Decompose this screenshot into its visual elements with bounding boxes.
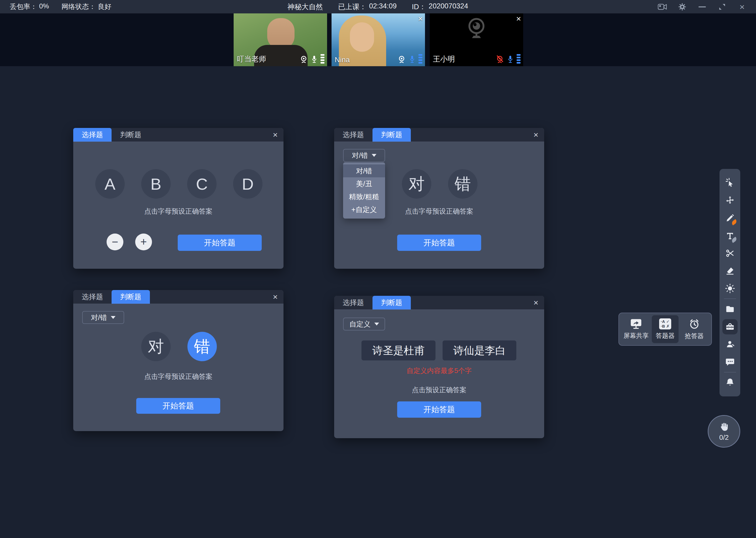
resize-button[interactable] [718, 2, 727, 11]
option-false-selected[interactable]: 错 [187, 332, 217, 361]
minimize-button[interactable] [698, 2, 707, 11]
eraser-icon [725, 266, 735, 276]
chevron-down-icon [111, 316, 116, 319]
settings-button[interactable] [678, 2, 687, 11]
option-c[interactable]: C [187, 169, 216, 198]
alarm-clock-icon [688, 318, 700, 330]
close-panel-button[interactable]: × [273, 128, 278, 141]
option-b[interactable]: B [141, 169, 170, 198]
menu-item-true-false[interactable]: 对/错 [343, 164, 385, 177]
pointer-click-icon [725, 178, 735, 188]
option-true[interactable]: 对 [141, 332, 170, 361]
start-answering-button[interactable]: 开始答题 [178, 235, 262, 251]
start-answering-button[interactable]: 开始答题 [397, 402, 481, 418]
preset-answer-hint: 点击字母预设正确答案 [73, 372, 283, 381]
hand-icon [718, 421, 730, 433]
participant-name: 叮当老师 [237, 54, 266, 64]
answer-type-dropdown[interactable]: 自定义 [343, 318, 385, 331]
custom-length-warning: 自定义内容最多5个字 [334, 366, 544, 375]
custom-option-1[interactable]: 诗圣是杜甫 [361, 341, 436, 360]
network-status-value: 良好 [98, 2, 112, 11]
hand-raise-button[interactable]: 0/2 [708, 415, 740, 448]
record-camera-button[interactable] [658, 2, 667, 11]
chevron-down-icon [374, 323, 379, 325]
packet-loss-value: 0% [39, 2, 49, 11]
increase-options-button[interactable]: + [135, 234, 152, 250]
dock-item-label: 答题器 [656, 332, 675, 340]
tabbar: 选择题 判断题 × [334, 128, 544, 142]
close-panel-button[interactable]: × [533, 128, 539, 141]
chat-button[interactable] [722, 354, 737, 370]
menu-item-custom[interactable]: +自定义 [343, 203, 385, 216]
move-icon [725, 196, 735, 205]
toolbox-button[interactable] [722, 319, 737, 334]
buzzer-button[interactable]: 抢答器 [681, 315, 708, 343]
video-strip: 叮当老师 × Nina [0, 13, 756, 66]
tab-judge-question[interactable]: 判断题 [372, 128, 411, 141]
session-id-value: 2020070324 [429, 2, 468, 12]
video-thumb-nina[interactable]: × Nina [332, 13, 425, 66]
answer-type-dropdown[interactable]: 对/错 [343, 149, 385, 162]
option-d[interactable]: D [233, 169, 262, 198]
toolbar-divider [724, 298, 736, 299]
scissors-tool-button[interactable] [722, 245, 737, 261]
menu-item-beauty-ugly[interactable]: 美/丑 [343, 177, 385, 190]
pointer-tool-button[interactable] [722, 175, 737, 190]
answer-clicker-button[interactable]: ·A✓ ·B✗ 答题器 [652, 315, 679, 343]
toolbar-divider [724, 372, 736, 372]
quiz-panel-judge-selected: 选择题 判断题 × 对/错 对 错 点击字母预设正确答案 开始答题 [73, 290, 283, 431]
webcam-on-icon [398, 55, 405, 64]
start-answering-button[interactable]: 开始答题 [397, 235, 481, 251]
option-a[interactable]: A [95, 169, 125, 198]
video-thumb-wangxiaoming[interactable]: × 王小明 [430, 13, 523, 66]
course-title: 神秘大自然 [287, 2, 323, 12]
drawing-toolbar [720, 169, 740, 397]
start-answering-button[interactable]: 开始答题 [136, 398, 220, 414]
tab-judge-question[interactable]: 判断题 [372, 296, 411, 309]
mic-on-icon [507, 55, 514, 64]
option-false[interactable]: 错 [448, 169, 478, 198]
move-tool-button[interactable] [722, 193, 737, 208]
notification-button[interactable] [722, 375, 737, 390]
tab-judge-question[interactable]: 判断题 [112, 128, 150, 141]
preset-answer-hint: 点击字母预设正确答案 [73, 207, 283, 216]
mic-on-icon [409, 55, 415, 64]
menu-item-fine-rough[interactable]: 精致/粗糙 [343, 190, 385, 203]
quiz-panel-judge-custom: 选择题 判断题 × 自定义 诗圣是杜甫 诗仙是李白 自定义内容最多5个字 点击预… [334, 296, 544, 438]
participant-name: 王小明 [433, 54, 455, 64]
gear-icon [678, 3, 686, 11]
close-window-button[interactable]: × [737, 2, 746, 11]
decrease-options-button[interactable]: − [107, 234, 123, 250]
members-button[interactable] [722, 337, 737, 352]
option-true[interactable]: 对 [402, 169, 431, 198]
tab-choice-question[interactable]: 选择题 [334, 128, 372, 141]
answer-type-dropdown[interactable]: 对/错 [82, 311, 124, 324]
network-status-label: 网络状态： [62, 2, 96, 11]
close-video-button[interactable]: × [516, 14, 521, 24]
pen-tool-button[interactable] [722, 210, 737, 226]
quiz-panel-judge-dropdown-open: 选择题 判断题 × 对/错 对/错 美/丑 精致/粗糙 +自定义 对 错 点击字… [334, 128, 544, 269]
chevron-down-icon [372, 154, 376, 157]
webcam-placeholder-icon [465, 17, 488, 41]
elapsed-time: 02:34:09 [369, 2, 397, 12]
tab-choice-question[interactable]: 选择题 [73, 290, 112, 304]
scissors-icon [725, 248, 735, 258]
courseware-folder-button[interactable] [722, 301, 737, 317]
tab-choice-question[interactable]: 选择题 [334, 296, 372, 309]
interaction-dock: 屏幕共享 ·A✓ ·B✗ 答题器 抢答器 [618, 313, 712, 346]
screen-share-button[interactable]: 屏幕共享 [623, 315, 649, 343]
close-panel-button[interactable]: × [273, 290, 278, 304]
tab-choice-question[interactable]: 选择题 [73, 128, 112, 141]
sun-icon [725, 284, 735, 294]
eraser-tool-button[interactable] [722, 263, 737, 279]
tab-judge-question[interactable]: 判断题 [112, 290, 150, 304]
volume-indicator [517, 54, 521, 64]
quiz-panel-choice: 选择题 判断题 × A B C D 点击字母预设正确答案 − + 开始答题 [73, 128, 283, 269]
laser-tool-button[interactable] [722, 281, 737, 296]
close-panel-button[interactable]: × [533, 296, 539, 309]
close-video-button[interactable]: × [418, 14, 423, 24]
custom-option-2[interactable]: 诗仙是李白 [443, 341, 516, 360]
video-thumb-teacher[interactable]: 叮当老师 [234, 13, 327, 66]
packet-loss-label: 丢包率： [10, 2, 37, 11]
text-tool-button[interactable] [722, 228, 737, 243]
